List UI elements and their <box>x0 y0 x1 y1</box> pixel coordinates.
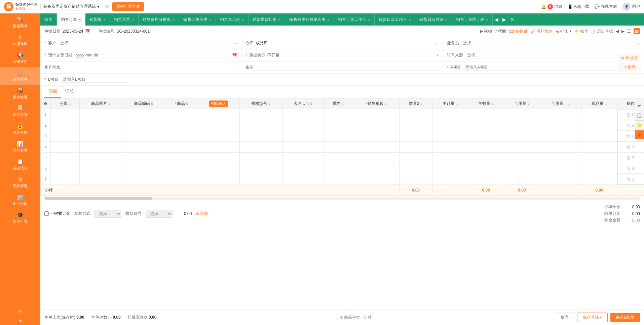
profit-btn[interactable]: 📈 毛利预估 <box>530 29 553 34</box>
th-settings[interactable]: ⚙ <box>41 98 51 109</box>
cell-spec[interactable] <box>239 163 282 174</box>
tab-sales-ret-hist[interactable]: 销货单历史 ✕ <box>216 13 249 26</box>
cell-qty2[interactable] <box>400 131 432 141</box>
tab-sales-refund[interactable]: 销货退货 ✕ <box>110 13 139 26</box>
draft-btn[interactable]: 保存草稿 ▾ <box>577 313 608 322</box>
staff-input[interactable] <box>461 40 635 46</box>
cell-spec[interactable] <box>239 141 282 152</box>
cell-code[interactable] <box>122 152 165 163</box>
sidebar-item-purchase[interactable]: 📦 采购管理 <box>0 85 40 103</box>
tab-close-sales-order[interactable]: ✕ <box>78 18 81 22</box>
tab-close-cash-account[interactable]: ✕ <box>445 18 448 22</box>
delete-icon[interactable]: 🗑 <box>626 112 631 117</box>
delete-icon[interactable]: 🗑 <box>626 123 631 128</box>
tab-close-sales-return[interactable]: ✕ <box>103 18 106 22</box>
cell-main-qty[interactable] <box>468 131 504 141</box>
cell-attr[interactable] <box>324 109 353 120</box>
cell-attr[interactable] <box>324 131 353 141</box>
addr-more-icon[interactable]: ··· <box>234 65 237 70</box>
tab-sales-fee-hist[interactable]: 销售费用分摊单历史 ✕ <box>285 13 334 26</box>
delete-icon[interactable]: 🗑 <box>626 176 631 182</box>
tab-close-sales-refund[interactable]: ✕ <box>131 18 134 22</box>
one-click-check[interactable] <box>44 211 49 216</box>
cell-spec[interactable] <box>239 131 282 141</box>
tab-cash-clear[interactable]: 钱货日清工作台 ✕ <box>375 13 415 26</box>
tab-close-sales-ret-hist[interactable]: ✕ <box>241 18 244 22</box>
sidebar-collapse-btn[interactable]: ◀ <box>0 316 40 325</box>
cell-product[interactable] <box>165 141 198 152</box>
cell-code[interactable] <box>122 109 165 120</box>
cell-main-qty[interactable] <box>468 163 504 174</box>
cell-code[interactable] <box>122 131 165 141</box>
view-list-btn[interactable]: ☰ <box>627 29 631 34</box>
sidebar-item-inventory[interactable]: 🗄 库存核算 <box>0 103 40 120</box>
delete-icon[interactable]: 🗑 <box>626 155 631 160</box>
cell-customer-code[interactable] <box>282 109 324 120</box>
system-name[interactable]: 装备及固定资产辅助管理系统 ▾ <box>40 3 102 10</box>
side-edit-btn[interactable]: ✏ <box>635 101 644 110</box>
side-orange-btn[interactable]: 📌 <box>635 130 644 139</box>
cell-code[interactable] <box>122 174 165 185</box>
cell-warehouse[interactable] <box>51 174 80 185</box>
project-a-input[interactable] <box>463 64 640 71</box>
cell-code[interactable] <box>122 163 165 174</box>
copy-row-icon[interactable]: ⊡ <box>632 155 635 160</box>
cell-warehouse[interactable] <box>51 141 80 152</box>
view-grid-btn[interactable]: ▦ <box>634 28 640 34</box>
scan-btn[interactable]: 扫码录入 <box>209 100 228 107</box>
shortcut-btn[interactable]: ⌨ 快捷键 <box>509 29 528 34</box>
cell-attr[interactable] <box>324 174 353 185</box>
cell-spec[interactable] <box>239 109 282 120</box>
cell-product[interactable] <box>165 120 198 131</box>
sidebar-item-basic[interactable]: 📋 基础信息 <box>0 156 40 173</box>
industry-btn[interactable]: 体验行业方案 <box>112 2 144 11</box>
delete-icon[interactable]: 🗑 <box>626 133 631 139</box>
copy-row-icon[interactable]: ⊡ <box>632 145 635 149</box>
tab-nav-prev[interactable]: ◀ <box>493 17 500 22</box>
cell-main-qty[interactable] <box>468 174 504 185</box>
cell-spec[interactable] <box>239 174 282 185</box>
invoice-dropdown-icon[interactable]: ▾ <box>437 53 439 58</box>
cell-qty2[interactable] <box>400 152 432 163</box>
history-btn[interactable]: 📑 历史单据 <box>591 29 613 34</box>
cell-product[interactable] <box>165 109 198 120</box>
sidebar-item-search[interactable]: 🔍 搜索菜单 <box>0 13 40 31</box>
remark-input[interactable] <box>256 64 438 71</box>
cell-customer-code[interactable] <box>282 131 324 141</box>
sidebar-settings-btn[interactable]: ⚙ <box>0 307 40 316</box>
settings-icon[interactable]: ⚙ <box>105 4 109 9</box>
cell-unit[interactable] <box>353 131 399 141</box>
tab-close-sales-stats[interactable]: ✕ <box>486 18 488 22</box>
customer-more-icon[interactable]: ··· <box>234 41 237 46</box>
cell-unit[interactable] <box>353 152 399 163</box>
bank-select[interactable]: 选择... <box>146 210 173 218</box>
tab-home[interactable]: 首页 <box>40 13 57 26</box>
warehouse-more-icon[interactable]: ··· <box>435 41 439 46</box>
cell-unit[interactable] <box>353 120 399 131</box>
cell-warehouse[interactable] <box>51 131 80 141</box>
delete-icon[interactable]: 🗑 <box>626 166 631 171</box>
save-btn[interactable]: 保存&新增 <box>610 313 640 322</box>
notification-item[interactable]: 🔔 9 消息 <box>541 4 562 9</box>
sidebar-item-system[interactable]: ⚙ 系统管理 <box>0 173 40 191</box>
settings-config-btn[interactable]: ⚙ ⚙ 设置 <box>618 54 641 62</box>
tab-cash-account[interactable]: 钱货日清对账 ✕ <box>415 13 452 26</box>
cell-main-qty[interactable] <box>468 152 504 163</box>
add-logistics-btn[interactable]: + + 物流 <box>618 63 641 71</box>
cell-attr[interactable] <box>324 141 353 152</box>
cell-qty2[interactable] <box>400 163 432 174</box>
sidebar-item-quick[interactable]: ⚡ 快捷导航 <box>0 31 40 49</box>
cell-customer-code[interactable] <box>282 120 324 131</box>
sidebar-item-marketing[interactable]: 📢 营销推广 <box>0 49 40 67</box>
print-btn[interactable]: 🖨 打印 ▾ <box>555 29 571 34</box>
tab-sales-workbench[interactable]: 销售订单工作台 ✕ <box>334 13 375 26</box>
tab-detail[interactable]: 明细 <box>44 86 61 98</box>
tab-sales-stats[interactable]: 销售订单统计表 ✕ <box>452 13 493 26</box>
tab-nav-close[interactable]: ✕ <box>508 17 516 22</box>
cell-unit[interactable] <box>353 174 399 185</box>
cell-warehouse[interactable] <box>51 152 80 163</box>
cell-unit[interactable] <box>353 141 399 152</box>
copy-row-icon[interactable]: ⊡ <box>632 166 635 171</box>
user-item[interactable]: 👤 用户 <box>622 3 640 11</box>
operate-btn[interactable]: ⚡ 操作 <box>574 29 588 34</box>
